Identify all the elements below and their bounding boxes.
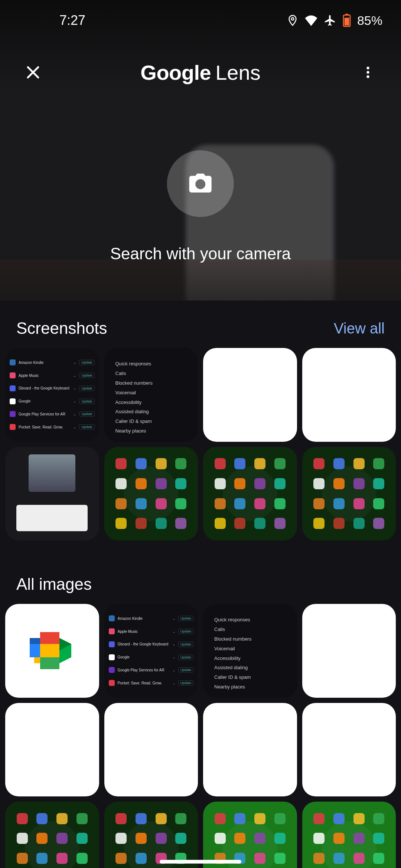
image-thumb[interactable] — [5, 802, 99, 868]
screenshot-thumb[interactable] — [302, 447, 396, 541]
app-title: Google Lens — [140, 60, 260, 85]
svg-rect-2 — [345, 14, 348, 15]
svg-rect-13 — [30, 644, 40, 657]
screenshot-thumb[interactable] — [203, 348, 297, 442]
status-bar: 7:27 85% — [0, 0, 401, 41]
wifi-icon — [304, 15, 318, 26]
svg-marker-14 — [30, 638, 40, 644]
app-title-google: Google — [140, 60, 211, 85]
image-thumb[interactable]: Quick responsesCallsBlocked numbersVoice… — [203, 604, 297, 698]
more-vert-icon — [361, 65, 375, 80]
google-meet-icon — [30, 632, 74, 669]
overflow-menu-button[interactable] — [355, 59, 381, 86]
svg-point-8 — [366, 75, 369, 78]
status-icons: 85% — [287, 13, 382, 28]
section-title-screenshots: Screenshots — [16, 319, 107, 338]
battery-percent: 85% — [357, 13, 382, 28]
image-thumb[interactable] — [104, 802, 198, 868]
camera-icon — [187, 170, 214, 197]
svg-rect-11 — [40, 632, 59, 644]
svg-rect-12 — [40, 657, 59, 669]
image-thumb[interactable] — [5, 703, 99, 797]
airplane-icon — [324, 14, 336, 27]
section-screenshots: Screenshots View all Amazon Kindle⌄Updat… — [0, 308, 401, 540]
section-all-images: All images Amazon Kindle⌄UpdateApple Mus… — [0, 564, 401, 868]
screenshot-thumb[interactable]: Quick responsesCallsBlocked numbersVoice… — [104, 348, 198, 442]
app-bar: Google Lens — [0, 48, 401, 96]
close-icon — [24, 63, 42, 81]
app-title-lens: Lens — [215, 60, 260, 85]
screenshot-thumb[interactable]: Amazon Kindle⌄UpdateApple Music⌄UpdateGb… — [5, 348, 99, 442]
screenshot-thumb[interactable] — [302, 348, 396, 442]
screenshot-thumb[interactable] — [203, 447, 297, 541]
section-title-all: All images — [16, 575, 92, 594]
image-thumb[interactable] — [203, 802, 297, 868]
image-thumb[interactable] — [203, 703, 297, 797]
camera-caption: Search with your camera — [110, 244, 291, 263]
battery-icon — [342, 14, 351, 27]
status-time: 7:27 — [22, 13, 85, 28]
svg-point-6 — [366, 67, 369, 69]
image-thumb[interactable] — [5, 604, 99, 698]
screenshot-thumb[interactable] — [5, 447, 99, 541]
image-thumb[interactable] — [302, 802, 396, 868]
camera-action-area: Search with your camera — [110, 150, 291, 263]
view-all-screenshots[interactable]: View all — [334, 320, 385, 337]
image-thumb[interactable]: Amazon Kindle⌄UpdateApple Music⌄UpdateGb… — [104, 604, 198, 698]
nav-handle[interactable] — [160, 860, 241, 864]
svg-point-7 — [366, 71, 369, 73]
image-thumb[interactable] — [302, 604, 396, 698]
location-icon — [287, 14, 299, 26]
image-thumb[interactable] — [302, 703, 396, 797]
close-button[interactable] — [20, 59, 46, 86]
open-camera-button[interactable] — [167, 150, 234, 217]
screenshot-thumb[interactable] — [104, 447, 198, 541]
svg-point-0 — [291, 18, 294, 20]
image-thumb[interactable] — [104, 703, 198, 797]
svg-rect-3 — [345, 18, 349, 26]
